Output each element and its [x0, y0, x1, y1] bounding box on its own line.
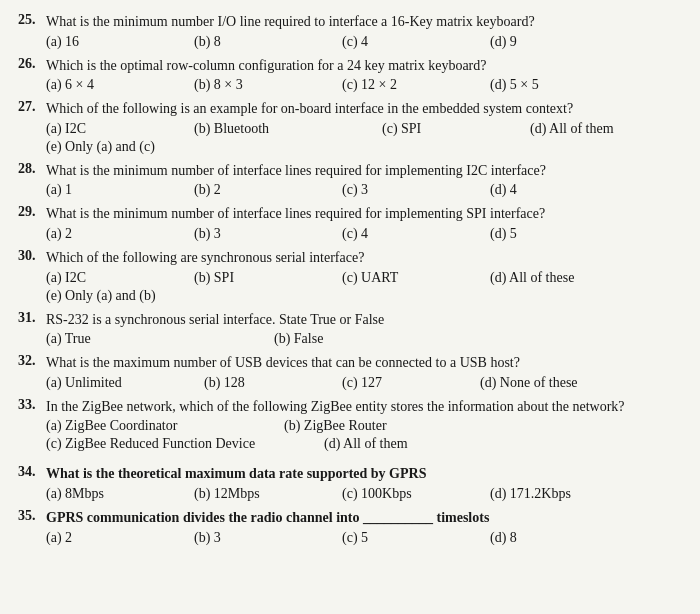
question-text: What is the minimum number I/O line requ…: [46, 12, 682, 32]
option: (c) UART: [342, 270, 482, 286]
options-line: (e) Only (a) and (b): [18, 288, 682, 304]
option: (b) SPI: [194, 270, 334, 286]
option: (d) 5: [490, 226, 630, 242]
options-line: (a) 8Mbps(b) 12Mbps(c) 100Kbps(d) 171.2K…: [18, 486, 682, 502]
question-line: 31.RS-232 is a synchronous serial interf…: [18, 310, 682, 330]
option: (c) ZigBee Reduced Function Device: [46, 436, 316, 452]
question-block: 33.In the ZigBee network, which of the f…: [18, 397, 682, 453]
question-line: 35.GPRS communication divides the radio …: [18, 508, 682, 528]
options-line: (a) 2(b) 3(c) 5(d) 8: [18, 530, 682, 546]
question-line: 32.What is the maximum number of USB dev…: [18, 353, 682, 373]
question-line: 27.Which of the following is an example …: [18, 99, 682, 119]
options-line: (a) 16(b) 8(c) 4(d) 9: [18, 34, 682, 50]
option: (c) SPI: [382, 121, 522, 137]
question-number: 29.: [18, 204, 46, 224]
option: (d) 171.2Kbps: [490, 486, 640, 502]
option: (b) 2: [194, 182, 334, 198]
options-line: (e) Only (a) and (c): [18, 139, 682, 155]
option: (a) 1: [46, 182, 186, 198]
option: (d) 9: [490, 34, 630, 50]
question-number: 32.: [18, 353, 46, 373]
option: (b) 3: [194, 226, 334, 242]
question-line: 34.What is the theoretical maximum data …: [18, 464, 682, 484]
option: (c) 127: [342, 375, 472, 391]
option: (a) 6 × 4: [46, 77, 186, 93]
option: (a) 16: [46, 34, 186, 50]
question-line: 33.In the ZigBee network, which of the f…: [18, 397, 682, 417]
option: (b) 12Mbps: [194, 486, 334, 502]
option: (b) 8 × 3: [194, 77, 334, 93]
question-block: 31.RS-232 is a synchronous serial interf…: [18, 310, 682, 348]
option: (d) 5 × 5: [490, 77, 630, 93]
questions-container: 25.What is the minimum number I/O line r…: [18, 12, 682, 546]
option: (a) Unlimited: [46, 375, 196, 391]
question-text: What is the maximum number of USB device…: [46, 353, 682, 373]
option: (e) Only (a) and (b): [46, 288, 674, 304]
question-block: 29.What is the minimum number of interfa…: [18, 204, 682, 242]
option: (b) ZigBee Router: [284, 418, 514, 434]
option: (d) All of them: [530, 121, 670, 137]
question-text: What is the minimum number of interface …: [46, 204, 682, 224]
question-number: 33.: [18, 397, 46, 417]
question-number: 25.: [18, 12, 46, 32]
option: (a) ZigBee Coordinator: [46, 418, 276, 434]
question-text: RS-232 is a synchronous serial interface…: [46, 310, 682, 330]
question-number: 34.: [18, 464, 46, 484]
question-text: In the ZigBee network, which of the foll…: [46, 397, 682, 417]
question-number: 30.: [18, 248, 46, 268]
question-text: GPRS communication divides the radio cha…: [46, 508, 682, 528]
options-line: (a) ZigBee Coordinator(b) ZigBee Router: [18, 418, 682, 434]
options-line: (a) 1(b) 2(c) 3(d) 4: [18, 182, 682, 198]
question-line: 29.What is the minimum number of interfa…: [18, 204, 682, 224]
options-line: (a) True(b) False: [18, 331, 682, 347]
question-text: Which of the following is an example for…: [46, 99, 682, 119]
question-number: 28.: [18, 161, 46, 181]
option: (d) All of them: [324, 436, 524, 452]
option: (d) All of these: [490, 270, 630, 286]
question-block: 25.What is the minimum number I/O line r…: [18, 12, 682, 50]
option: (b) 128: [204, 375, 334, 391]
question-line: 26.Which is the optimal row-column confi…: [18, 56, 682, 76]
option: (c) 4: [342, 226, 482, 242]
question-block: 30.Which of the following are synchronou…: [18, 248, 682, 304]
option: (c) 100Kbps: [342, 486, 482, 502]
option: (e) Only (a) and (c): [46, 139, 674, 155]
option: (a) I2C: [46, 121, 186, 137]
option: (b) 8: [194, 34, 334, 50]
question-text: What is the theoretical maximum data rat…: [46, 464, 682, 484]
question-block: 34.What is the theoretical maximum data …: [18, 464, 682, 502]
question-number: 26.: [18, 56, 46, 76]
option: (c) 5: [342, 530, 482, 546]
question-number: 31.: [18, 310, 46, 330]
option: (c) 3: [342, 182, 482, 198]
question-number: 35.: [18, 508, 46, 528]
question-number: 27.: [18, 99, 46, 119]
question-block: 27.Which of the following is an example …: [18, 99, 682, 155]
option: (c) 4: [342, 34, 482, 50]
options-line: (c) ZigBee Reduced Function Device(d) Al…: [18, 436, 682, 452]
option: (b) 3: [194, 530, 334, 546]
option: (d) 8: [490, 530, 630, 546]
options-line: (a) 2(b) 3(c) 4(d) 5: [18, 226, 682, 242]
question-block: 26.Which is the optimal row-column confi…: [18, 56, 682, 94]
option: (b) Bluetooth: [194, 121, 374, 137]
options-line: (a) Unlimited(b) 128(c) 127(d) None of t…: [18, 375, 682, 391]
question-text: What is the minimum number of interface …: [46, 161, 682, 181]
options-line: (a) I2C(b) SPI(c) UART(d) All of these: [18, 270, 682, 286]
option: (a) 2: [46, 530, 186, 546]
option: (d) None of these: [480, 375, 640, 391]
options-line: (a) 6 × 4(b) 8 × 3(c) 12 × 2(d) 5 × 5: [18, 77, 682, 93]
question-block: 28.What is the minimum number of interfa…: [18, 161, 682, 199]
option: (a) 2: [46, 226, 186, 242]
question-line: 25.What is the minimum number I/O line r…: [18, 12, 682, 32]
option: (a) True: [46, 331, 266, 347]
question-block: 35.GPRS communication divides the radio …: [18, 508, 682, 546]
option: (b) False: [274, 331, 494, 347]
question-line: 28.What is the minimum number of interfa…: [18, 161, 682, 181]
question-text: Which is the optimal row-column configur…: [46, 56, 682, 76]
option: (a) I2C: [46, 270, 186, 286]
question-block: 32.What is the maximum number of USB dev…: [18, 353, 682, 391]
option: (a) 8Mbps: [46, 486, 186, 502]
question-line: 30.Which of the following are synchronou…: [18, 248, 682, 268]
option: (d) 4: [490, 182, 630, 198]
